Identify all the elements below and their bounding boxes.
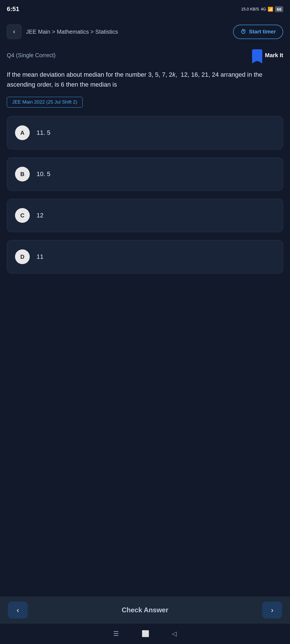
navigation-bar: ‹ JEE Main > Mathematics > Statistics ⏱ … (0, 20, 290, 44)
option-c-circle: C (15, 208, 30, 223)
back-icon: ‹ (13, 28, 15, 35)
question-header: Q4 (Single Correct) Mark It (0, 44, 290, 64)
mark-it-button[interactable]: Mark It (252, 49, 283, 61)
menu-icon[interactable]: ☰ (113, 630, 119, 637)
option-c-text: 12 (37, 212, 43, 219)
check-answer-label: Check Answer (122, 606, 169, 614)
option-b[interactable]: B 10. 5 (7, 157, 283, 191)
option-a-letter: A (20, 130, 24, 136)
home-icon[interactable]: ⬜ (142, 630, 149, 637)
network-type: 4G (261, 7, 266, 11)
mark-it-label: Mark It (265, 52, 283, 59)
back-button[interactable]: ‹ (7, 24, 22, 39)
exam-tag[interactable]: JEE Main 2022 (25 Jul Shift 2) (7, 97, 83, 108)
signal-icon: 📶 (268, 7, 273, 12)
option-d-circle: D (15, 249, 30, 264)
next-arrow-icon: › (271, 606, 274, 615)
status-icons: 15.0 KB/S 4G 📶 66 (241, 6, 283, 12)
question-label: Q4 (Single Correct) (7, 52, 56, 59)
next-button[interactable]: › (262, 602, 282, 619)
start-timer-button[interactable]: ⏱ Start timer (233, 25, 283, 39)
option-b-letter: B (20, 171, 24, 177)
prev-arrow-icon: ‹ (17, 606, 19, 615)
breadcrumb: JEE Main > Mathematics > Statistics (26, 29, 118, 35)
battery-level: 66 (275, 6, 283, 12)
option-d-text: 11 (37, 253, 43, 260)
option-b-circle: B (15, 167, 30, 181)
question-text: If the mean deviation about median for t… (7, 71, 263, 88)
bottom-bar: ‹ Check Answer › (0, 596, 290, 624)
status-time: 6:51 (7, 5, 19, 13)
option-c[interactable]: C 12 (7, 199, 283, 232)
status-bar: 6:51 15.0 KB/S 4G 📶 66 (0, 0, 290, 17)
option-d-letter: D (20, 254, 24, 260)
bookmark-icon (252, 49, 262, 61)
timer-label: Start timer (249, 29, 276, 35)
nav-left: ‹ JEE Main > Mathematics > Statistics (7, 24, 118, 39)
option-a-circle: A (15, 125, 30, 140)
question-body: If the mean deviation about median for t… (0, 64, 290, 94)
back-system-icon[interactable]: ◁ (172, 630, 177, 637)
option-b-text: 10. 5 (37, 170, 50, 178)
option-d[interactable]: D 11 (7, 240, 283, 273)
system-nav-bar: ☰ ⬜ ◁ (0, 624, 290, 644)
prev-button[interactable]: ‹ (8, 602, 28, 619)
option-a-text: 11. 5 (37, 129, 50, 136)
tag-container: JEE Main 2022 (25 Jul Shift 2) (0, 94, 290, 116)
timer-icon: ⏱ (240, 29, 246, 35)
option-c-letter: C (20, 212, 24, 219)
option-a[interactable]: A 11. 5 (7, 116, 283, 149)
network-speed: 15.0 KB/S (241, 7, 259, 11)
options-container: A 11. 5 B 10. 5 C 12 D 11 (0, 116, 290, 273)
